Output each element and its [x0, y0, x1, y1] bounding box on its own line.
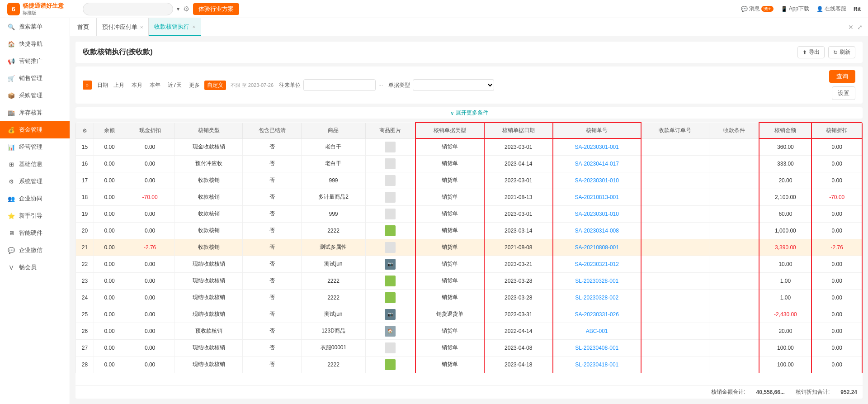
- user-name[interactable]: Rit: [854, 6, 861, 12]
- from-unit-dots[interactable]: ···: [378, 82, 383, 88]
- expand-conditions-bar: ∨ 展开更多条件: [75, 107, 863, 119]
- dropdown-arrow[interactable]: ▾: [177, 6, 179, 12]
- col-settings[interactable]: ⚙: [76, 123, 94, 138]
- settings-button[interactable]: 设置: [832, 86, 855, 100]
- cell-cancel-bill-no[interactable]: SA-20230301-010: [553, 172, 641, 189]
- online-support-btn[interactable]: 👤 在线客服: [816, 5, 846, 13]
- cell-cancel-bill-no[interactable]: ABC-001: [553, 323, 641, 339]
- page-title: 收款核销执行(按收款): [83, 48, 153, 57]
- sidebar-item-system[interactable]: ⚙ 系统管理: [0, 173, 70, 190]
- sidebar-item-quicknav[interactable]: 🏠 快捷导航: [0, 35, 70, 52]
- search-input[interactable]: [83, 3, 173, 15]
- refresh-button[interactable]: ↻ 刷新: [828, 46, 855, 58]
- cancel-bill-no-link[interactable]: SL-20230408-001: [575, 345, 618, 351]
- cell-cancel-bill-no[interactable]: SA-20230321-012: [553, 256, 641, 272]
- cancel-bill-no-link[interactable]: SL-20230328-001: [575, 278, 618, 284]
- cell-include-settled: 否: [243, 289, 302, 306]
- cancel-bill-no-link[interactable]: SA-20230321-012: [575, 261, 618, 267]
- cancel-bill-no-link[interactable]: SA-20230314-008: [575, 228, 618, 234]
- cell-cancel-bill-type: 销货单: [415, 138, 484, 155]
- single-type-label: 单据类型: [388, 81, 410, 89]
- cell-receipt-condition: [709, 239, 760, 256]
- filter-toggle-btn[interactable]: »: [83, 81, 92, 90]
- cell-receipt-order-no: [641, 272, 709, 289]
- sidebar-item-marketing[interactable]: 📢 营销推广: [0, 52, 70, 70]
- page-actions: ⬆ 导出 ↻ 刷新: [797, 46, 855, 58]
- tab-bar-actions: ✕ ⤢: [848, 24, 868, 31]
- cell-cancel-type: 现结收款核销: [175, 272, 243, 289]
- sidebar-item-inventory[interactable]: 🏬 库存核算: [0, 104, 70, 121]
- cell-cancel-bill-no[interactable]: SA-20210808-001: [553, 239, 641, 256]
- cancel-bill-no-link[interactable]: ABC-001: [586, 328, 608, 334]
- sidebar-item-collab[interactable]: 👥 企业协同: [0, 190, 70, 207]
- cancel-bill-no-link[interactable]: SA-20230301-010: [575, 211, 618, 217]
- prev-month-btn[interactable]: 上月: [111, 81, 127, 90]
- cancel-bill-no-link[interactable]: SL-20230418-001: [575, 361, 618, 368]
- cell-cancel-bill-no[interactable]: SL-20230328-002: [553, 289, 641, 306]
- close-window-icon[interactable]: ✕: [848, 24, 854, 31]
- sidebar-item-operation[interactable]: 📊 经营管理: [0, 138, 70, 156]
- cell-cancel-bill-no[interactable]: SA-20230301-010: [553, 205, 641, 222]
- cell-cancel-bill-no[interactable]: SL-20230408-001: [553, 339, 641, 356]
- cur-month-btn[interactable]: 本月: [129, 81, 145, 90]
- cancel-bill-no-link[interactable]: SL-20230328-002: [575, 295, 618, 301]
- date-buttons: 上月 本月 本年 近7天 更多 自定义: [111, 81, 226, 90]
- more-btn[interactable]: 更多: [186, 81, 203, 90]
- cancel-bill-no-link[interactable]: SA-20210813-001: [575, 194, 618, 200]
- sidebar-item-sales[interactable]: 🛒 销售管理: [0, 70, 70, 87]
- single-type-select[interactable]: [413, 79, 494, 91]
- app-download-btn[interactable]: 📱 App下载: [781, 5, 809, 13]
- 7days-btn[interactable]: 近7天: [165, 81, 184, 90]
- cell-cancel-type: 现结收款核销: [175, 256, 243, 272]
- sidebar-item-vip[interactable]: V 畅会员: [0, 259, 70, 276]
- cell-cancel-bill-no[interactable]: SL-20230418-001: [553, 356, 641, 373]
- tab-prepay[interactable]: 预付冲应付单 ×: [97, 18, 149, 36]
- cancel-bill-no-link[interactable]: SA-20230301-001: [575, 144, 618, 150]
- cell-cash-discount: 0.00: [125, 289, 175, 306]
- cancel-bill-no-link[interactable]: SA-20230414-017: [575, 161, 618, 167]
- device-icon: 🖥: [7, 229, 15, 237]
- cell-id: 19: [76, 205, 94, 222]
- cell-product-img: [365, 356, 415, 373]
- sidebar-item-baseinfo[interactable]: ⊞ 基础信息: [0, 156, 70, 173]
- cell-cancel-bill-no[interactable]: SA-20230414-017: [553, 155, 641, 172]
- col-receipt-order-no: 收款单订单号: [641, 123, 709, 138]
- cancel-bill-no-link[interactable]: SA-20230301-010: [575, 177, 618, 184]
- tab-receivable[interactable]: 收款核销执行 ×: [149, 18, 201, 36]
- gear-icon[interactable]: ⚙: [183, 5, 189, 13]
- tab-close-prepay[interactable]: ×: [140, 24, 143, 30]
- table-container[interactable]: ⚙ 余额 现金折扣 核销类型 包含已结清 商品 商品图片 核销单据类型 核销单据…: [75, 122, 863, 385]
- sidebar-item-hardware[interactable]: 🖥 智能硬件: [0, 224, 70, 242]
- cell-cancel-bill-no[interactable]: SA-20230331-026: [553, 306, 641, 323]
- cell-cancel-bill-no[interactable]: SA-20210813-001: [553, 189, 641, 205]
- query-button[interactable]: 查询: [829, 70, 855, 83]
- star-icon: ⭐: [7, 212, 15, 220]
- table-footer: 核销金额合计: 40,556,66... 核销折扣合计: 952.24: [75, 385, 863, 399]
- sidebar-item-label: 企业协同: [19, 195, 42, 203]
- custom-btn[interactable]: 自定义: [204, 81, 226, 90]
- industry-btn[interactable]: 体验行业方案: [193, 3, 239, 15]
- sidebar-item-search[interactable]: 🔍 搜索菜单: [0, 18, 70, 35]
- tab-home[interactable]: 首页: [70, 18, 97, 36]
- sidebar-item-wechat[interactable]: 💬 企业微信: [0, 242, 70, 259]
- cell-cancel-amount: 1,000.00: [759, 222, 811, 239]
- col-product: 商品: [302, 123, 365, 138]
- notifications-badge: 99+: [761, 6, 774, 12]
- sidebar-item-purchase[interactable]: 📦 采购管理: [0, 87, 70, 104]
- notifications-btn[interactable]: 💬 消息 99+: [741, 5, 774, 13]
- cell-cancel-amount: 1.00: [759, 289, 811, 306]
- cell-cancel-bill-no[interactable]: SL-20230328-001: [553, 272, 641, 289]
- expand-conditions-btn[interactable]: ∨ 展开更多条件: [450, 109, 488, 117]
- export-button[interactable]: ⬆ 导出: [797, 46, 825, 58]
- sidebar-item-finance[interactable]: 💰 资金管理: [0, 121, 70, 138]
- footer-cancel-amount-label: 核销金额合计:: [711, 388, 745, 396]
- cell-cancel-bill-no[interactable]: SA-20230301-001: [553, 138, 641, 155]
- from-unit-input[interactable]: [303, 79, 376, 91]
- cur-year-btn[interactable]: 本年: [147, 81, 163, 90]
- sidebar-item-guide[interactable]: ⭐ 新手引导: [0, 207, 70, 224]
- cancel-bill-no-link[interactable]: SA-20230331-026: [575, 311, 618, 318]
- cancel-bill-no-link[interactable]: SA-20210808-001: [575, 244, 618, 251]
- cell-cancel-bill-no[interactable]: SA-20230314-008: [553, 222, 641, 239]
- tab-close-receivable[interactable]: ×: [192, 24, 195, 29]
- expand-icon[interactable]: ⤢: [857, 24, 863, 31]
